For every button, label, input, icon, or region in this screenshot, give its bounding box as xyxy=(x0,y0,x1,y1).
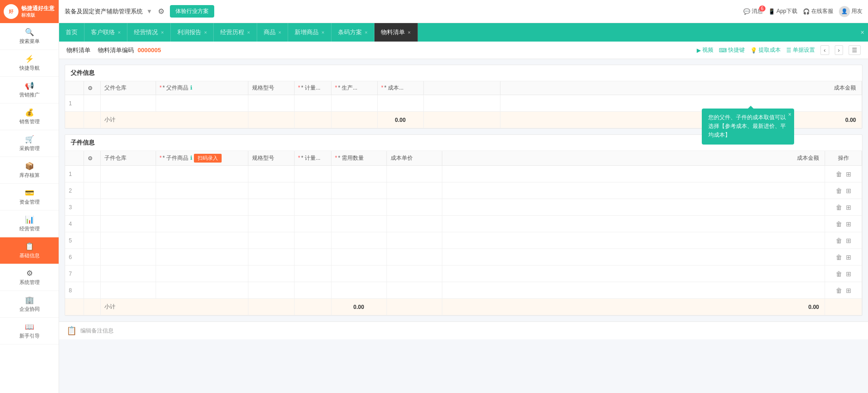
tab-customer[interactable]: 客户联络 × xyxy=(84,23,127,42)
child-qty-cell[interactable] xyxy=(331,199,386,216)
delete-icon[interactable]: 🗑 xyxy=(835,253,843,262)
child-spec-cell[interactable] xyxy=(248,166,294,182)
parent-unit-cell[interactable] xyxy=(294,95,331,112)
child-unit-cell[interactable] xyxy=(294,166,331,182)
child-spec-cell[interactable] xyxy=(248,199,294,216)
child-qty-cell[interactable] xyxy=(331,266,386,282)
child-product-cell[interactable] xyxy=(156,166,248,182)
parent-cost-cell[interactable] xyxy=(377,95,423,112)
child-qty-cell[interactable] xyxy=(331,166,386,182)
parent-warehouse-cell[interactable] xyxy=(100,95,156,112)
child-spec-cell[interactable] xyxy=(248,249,294,266)
close-icon[interactable]: × xyxy=(247,30,250,35)
child-product-cell[interactable] xyxy=(156,199,248,216)
copy-icon[interactable]: ⊞ xyxy=(845,169,852,179)
child-unit-cell[interactable] xyxy=(294,232,331,249)
child-unit-cell[interactable] xyxy=(294,266,331,282)
experience-button[interactable]: 体验行业方案 xyxy=(170,5,214,18)
tooltip-close-button[interactable]: × xyxy=(788,110,791,119)
delete-icon[interactable]: 🗑 xyxy=(835,269,843,278)
online-service-button[interactable]: 🎧 在线客服 xyxy=(803,7,833,15)
child-product-cell[interactable] xyxy=(156,266,248,282)
child-unit-cell[interactable] xyxy=(294,282,331,299)
delete-icon[interactable]: 🗑 xyxy=(835,236,843,245)
message-button[interactable]: 💬 消息 6 xyxy=(743,7,763,15)
child-unit-cell[interactable] xyxy=(294,249,331,266)
child-warehouse-cell[interactable] xyxy=(100,182,156,199)
prev-button[interactable]: ‹ xyxy=(820,45,829,55)
sidebar-item-operation[interactable]: 📊 经营管理 xyxy=(0,211,59,237)
view-action[interactable]: ▶ 视频 xyxy=(697,46,713,54)
parent-production-cell[interactable] xyxy=(331,95,377,112)
info-icon[interactable]: ℹ xyxy=(190,85,193,91)
child-spec-cell[interactable] xyxy=(248,216,294,232)
child-unit-cost-cell[interactable] xyxy=(386,232,442,249)
sidebar-item-finance[interactable]: 💳 资金管理 xyxy=(0,184,59,211)
close-icon[interactable]: × xyxy=(365,30,368,35)
child-unit-cost-cell[interactable] xyxy=(386,282,442,299)
close-icon[interactable]: × xyxy=(278,30,281,35)
close-icon[interactable]: × xyxy=(118,30,121,35)
tab-bom[interactable]: 物料清单 × xyxy=(374,23,417,42)
child-unit-cost-cell[interactable] xyxy=(386,199,442,216)
close-icon[interactable]: × xyxy=(204,30,207,35)
delete-icon[interactable]: 🗑 xyxy=(835,286,843,295)
tab-barcode[interactable]: 条码方案 × xyxy=(332,23,374,42)
close-tab-icon[interactable]: × xyxy=(857,29,868,36)
menu-button[interactable]: ☰ xyxy=(849,45,861,55)
child-warehouse-cell[interactable] xyxy=(100,249,156,266)
child-warehouse-cell[interactable] xyxy=(100,216,156,232)
gear-button[interactable]: ⚙ xyxy=(156,5,166,18)
child-warehouse-cell[interactable] xyxy=(100,282,156,299)
th-parent-settings[interactable]: ⚙ xyxy=(84,81,100,95)
settings-action[interactable]: ☰ 单据设置 xyxy=(786,46,815,54)
sidebar-item-marketing[interactable]: 📢 营销推广 xyxy=(0,77,59,103)
child-unit-cost-cell[interactable] xyxy=(386,266,442,282)
child-unit-cost-cell[interactable] xyxy=(386,249,442,266)
child-qty-cell[interactable] xyxy=(331,232,386,249)
copy-icon[interactable]: ⊞ xyxy=(845,219,852,229)
child-product-cell[interactable] xyxy=(156,282,248,299)
child-qty-cell[interactable] xyxy=(331,182,386,199)
info-icon[interactable]: ℹ xyxy=(190,155,193,161)
delete-icon[interactable]: 🗑 xyxy=(835,219,843,229)
app-download-button[interactable]: 📱 App下载 xyxy=(768,7,797,15)
scan-button[interactable]: 扫码录入 xyxy=(194,154,222,163)
sidebar-item-search[interactable]: 🔍 搜索菜单 xyxy=(0,23,59,50)
child-unit-cost-cell[interactable] xyxy=(386,216,442,232)
sidebar-item-system[interactable]: ⚙ 系统管理 xyxy=(0,264,59,291)
sidebar-item-inventory[interactable]: 📦 库存核算 xyxy=(0,157,59,184)
child-spec-cell[interactable] xyxy=(248,282,294,299)
dropdown-arrow-icon[interactable]: ▼ xyxy=(146,8,152,15)
child-qty-cell[interactable] xyxy=(331,216,386,232)
sidebar-item-quick-nav[interactable]: ⚡ 快捷导航 xyxy=(0,50,59,77)
th-child-settings[interactable]: ⚙ xyxy=(84,151,100,166)
child-unit-cell[interactable] xyxy=(294,199,331,216)
sidebar-item-basic[interactable]: 📋 基础信息 xyxy=(0,237,59,264)
user-menu[interactable]: 👤 用友 xyxy=(839,6,862,17)
close-icon[interactable]: × xyxy=(408,30,410,35)
sidebar-item-enterprise[interactable]: 🏢 企业协同 xyxy=(0,291,59,318)
child-qty-cell[interactable] xyxy=(331,282,386,299)
child-warehouse-cell[interactable] xyxy=(100,232,156,249)
delete-icon[interactable]: 🗑 xyxy=(835,186,843,195)
child-unit-cost-cell[interactable] xyxy=(386,166,442,182)
copy-icon[interactable]: ⊞ xyxy=(845,203,852,212)
child-spec-cell[interactable] xyxy=(248,182,294,199)
sidebar-item-sales[interactable]: 💰 销售管理 xyxy=(0,103,59,130)
child-product-cell[interactable] xyxy=(156,216,248,232)
parent-spec-cell[interactable] xyxy=(248,95,294,112)
child-spec-cell[interactable] xyxy=(248,232,294,249)
child-unit-cell[interactable] xyxy=(294,182,331,199)
child-product-cell[interactable] xyxy=(156,232,248,249)
copy-icon[interactable]: ⊞ xyxy=(845,186,852,195)
copy-icon[interactable]: ⊞ xyxy=(845,253,852,262)
child-unit-cost-cell[interactable] xyxy=(386,182,442,199)
child-warehouse-cell[interactable] xyxy=(100,199,156,216)
child-unit-cell[interactable] xyxy=(294,216,331,232)
child-product-cell[interactable] xyxy=(156,249,248,266)
parent-product-cell[interactable] xyxy=(156,95,248,112)
child-qty-cell[interactable] xyxy=(331,249,386,266)
tab-operation[interactable]: 经营情况 × xyxy=(127,23,170,42)
tab-home[interactable]: 首页 xyxy=(59,23,84,42)
